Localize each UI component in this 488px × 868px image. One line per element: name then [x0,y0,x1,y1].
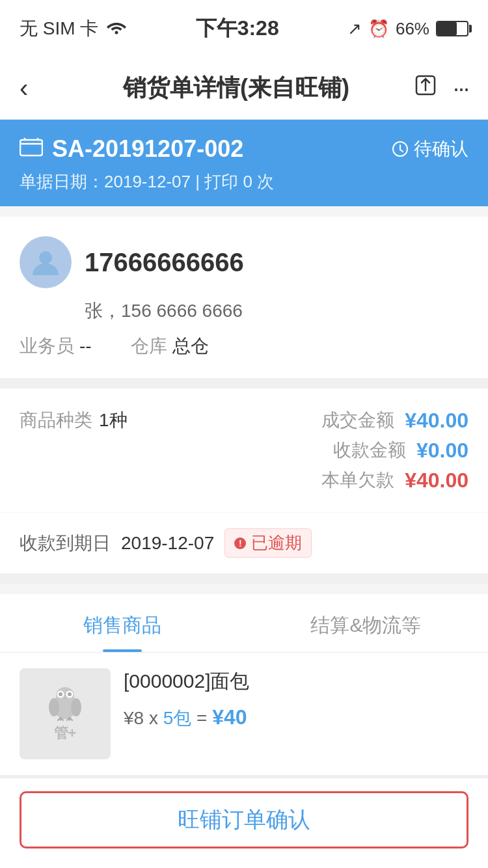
due-date-section: 收款到期日 2019-12-07 ! 已逾期 [0,513,488,573]
received-label: 收款金额 [333,438,406,463]
avatar [20,236,72,288]
product-list: 管+ [0000002]面包 ¥8 x 5包 = ¥40 [0,653,488,775]
svg-point-8 [59,692,62,696]
price-value: ¥8 [124,708,144,728]
order-status: 待确认 [392,137,468,161]
salesperson-value: -- [79,336,92,357]
bottom-action-bar: 旺铺订单确认 [0,778,488,868]
section-divider-2 [0,573,488,584]
equals-sign: = [197,708,212,728]
received-value: ¥0.00 [416,439,468,463]
owed-value: ¥40.00 [405,468,468,493]
order-meta: 单据日期：2019-12-07 | 打印 0 次 [20,170,468,193]
summary-section: 商品种类 1种 成交金额 ¥40.00 收款金额 ¥0.00 本单欠款 ¥40.… [0,388,488,512]
time-display: 下午3:28 [196,14,279,43]
section-divider-1 [0,378,488,388]
svg-point-0 [115,31,118,34]
due-date-value: 2019-12-07 [121,533,214,554]
brand-label: 管+ [54,724,77,743]
product-thumbnail: 管+ [20,668,111,759]
svg-point-10 [68,692,72,696]
transaction-value: ¥40.00 [405,409,468,433]
table-row: 管+ [0000002]面包 ¥8 x 5包 = ¥40 [20,668,468,759]
overdue-text: 已逾期 [251,532,302,554]
product-info: [0000002]面包 ¥8 x 5包 = ¥40 [124,668,468,731]
location-icon: ↗ [347,19,362,39]
more-button[interactable]: ··· [453,75,468,102]
status-right: ↗ ⏰ 66% [347,19,468,39]
tab-sales-products[interactable]: 销售商品 [0,594,244,652]
customer-meta: 业务员 -- 仓库 总仓 [20,334,468,359]
tabs-section: 销售商品 结算&物流等 [0,594,488,775]
battery-percent: 66% [396,19,429,39]
carrier-text: 无 SIM 卡 [20,16,98,41]
warehouse-value: 总仓 [172,334,209,359]
product-type-value: 1种 [99,408,128,433]
overdue-badge: ! 已逾期 [224,528,312,558]
page-title: 销货单详情(来自旺铺) [59,72,414,104]
nav-actions: ··· [414,74,468,103]
status-bar: 无 SIM 卡 下午3:28 ↗ ⏰ 66% [0,0,488,57]
tab-bar: 销售商品 结算&物流等 [0,594,488,653]
order-icon [20,135,43,163]
transaction-label: 成交金额 [321,408,394,433]
owed-label: 本单欠款 [321,468,394,493]
customer-phone: 17666666666 [85,248,244,277]
product-total: ¥40 [212,705,247,729]
product-qty: 5包 [163,708,192,728]
svg-rect-2 [20,140,42,156]
warehouse-label: 仓库 [131,334,167,359]
order-id: SA-20191207-002 [20,135,243,163]
status-left: 无 SIM 卡 [20,16,127,41]
due-label: 收款到期日 [20,531,111,556]
battery-icon [436,21,468,36]
multiply-sign: x [149,708,163,728]
svg-point-4 [39,251,52,264]
salesperson-label: 业务员 [20,334,74,359]
wifi-icon [106,18,127,39]
customer-name: 张，156 6666 6666 [20,299,468,323]
svg-point-11 [49,698,59,716]
nav-bar: ‹ 销货单详情(来自旺铺) ··· [0,57,488,120]
svg-point-12 [71,698,81,716]
product-price: ¥8 x 5包 = ¥40 [124,705,468,731]
order-banner: SA-20191207-002 待确认 单据日期：2019-12-07 | 打印… [0,120,488,206]
product-name: [0000002]面包 [124,668,468,695]
product-type-label: 商品种类 [20,408,92,433]
alarm-icon: ⏰ [368,19,389,39]
amounts: 成交金额 ¥40.00 收款金额 ¥0.00 本单欠款 ¥40.00 [321,408,468,493]
tab-settlement[interactable]: 结算&物流等 [244,594,488,652]
customer-section: 17666666666 张，156 6666 6666 业务员 -- 仓库 总仓 [0,217,488,378]
share-button[interactable] [414,74,437,103]
confirm-order-button[interactable]: 旺铺订单确认 [20,791,468,848]
overdue-icon: ! [234,537,246,549]
back-button[interactable]: ‹ [20,74,59,103]
